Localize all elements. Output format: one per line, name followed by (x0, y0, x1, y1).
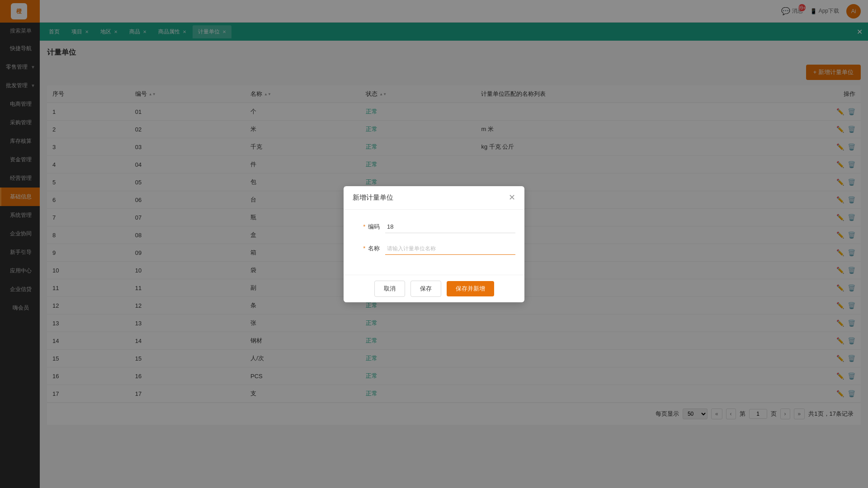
required-mark-name: * (363, 245, 365, 252)
name-input[interactable] (385, 242, 515, 255)
name-label: * 名称 (353, 244, 380, 253)
modal-footer: 取消 保存 保存并新增 (344, 275, 524, 302)
modal-overlay[interactable]: 新增计量单位 ✕ * 编码 * 名称 取消 保存 保存并新增 (0, 0, 868, 488)
save-button[interactable]: 保存 (410, 281, 441, 297)
code-input[interactable] (385, 221, 515, 233)
required-mark: * (363, 223, 365, 230)
modal-title: 新增计量单位 (353, 193, 393, 202)
modal-body: * 编码 * 名称 (344, 210, 524, 275)
save-new-button[interactable]: 保存并新增 (447, 281, 494, 296)
modal-close-button[interactable]: ✕ (509, 193, 515, 202)
cancel-button[interactable]: 取消 (374, 281, 405, 297)
add-unit-modal: 新增计量单位 ✕ * 编码 * 名称 取消 保存 保存并新增 (344, 186, 524, 302)
modal-header: 新增计量单位 ✕ (344, 186, 524, 210)
code-label: * 编码 (353, 223, 380, 231)
form-row-code: * 编码 (353, 221, 515, 233)
form-row-name: * 名称 (353, 242, 515, 255)
